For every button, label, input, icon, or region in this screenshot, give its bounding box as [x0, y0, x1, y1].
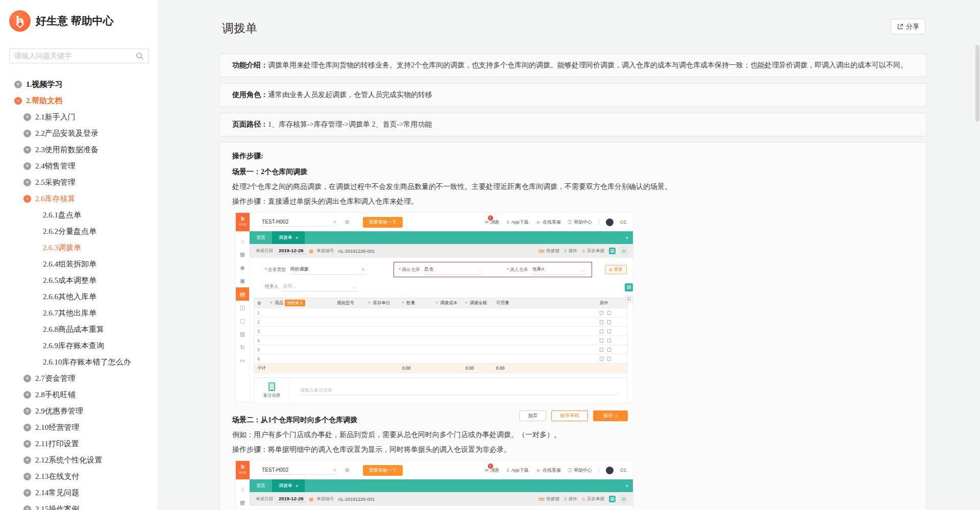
feature-intro-box: 功能介绍：调拨单用来处理仓库间货物的转移业务。支持2个仓库间的调拨，也支持多个仓… — [219, 54, 927, 77]
mock-table-row: 4 — [254, 336, 628, 345]
mock-form: *业务类型 同价调拨∨ *调出仓库 总仓… *调入仓库 仓库A… ⊕更多 — [250, 506, 633, 508]
sidebar-item[interactable]: −2.6库存核算 — [0, 190, 158, 207]
expand-icon[interactable]: + — [23, 489, 31, 497]
plus-circle-icon: ⊕ — [609, 268, 612, 272]
mock-tab-home: 首页 — [250, 231, 272, 244]
sidebar-item-label: 2.12系统个性化设置 — [35, 455, 102, 465]
sidebar-item[interactable]: −2.帮助文档 — [0, 92, 158, 109]
sidebar-item[interactable]: 2.6.7其他出库单 — [0, 305, 158, 321]
sidebar-item-label: 2.5采购管理 — [35, 178, 76, 187]
search-input[interactable] — [14, 52, 136, 60]
delete-row-icon — [607, 329, 611, 333]
expand-icon[interactable]: + — [14, 81, 22, 88]
expand-icon[interactable]: + — [23, 424, 31, 431]
sidebar-item-label: 2.6.5成本调整单 — [43, 276, 96, 285]
delete-row-icon — [607, 338, 611, 343]
sidebar-item[interactable]: +2.8手机旺铺 — [0, 386, 158, 403]
sidebar-item[interactable]: +2.12系统个性化设置 — [0, 452, 158, 468]
mock-more-button: ⊕更多 — [605, 265, 627, 274]
help-sidebar: b 好生意 帮助中心 +1.视频学习−2.帮助文档+2.1新手入门+2.2产品安… — [0, 0, 158, 510]
sidebar-item[interactable]: 2.6.6其他入库单 — [0, 288, 158, 305]
mock-remark-section: 备注信息 请输入备注信息 — [254, 377, 628, 404]
badge: 6 — [488, 464, 493, 469]
sidebar-item[interactable]: 2.6.5成本调整单 — [0, 272, 158, 288]
share-icon — [897, 23, 903, 30]
mock-history-item: ↻历史单据 — [582, 248, 604, 254]
sidebar-item[interactable]: 2.6.8商品成本重算 — [0, 321, 158, 337]
sidebar-item[interactable]: +2.13在线支付 — [0, 468, 158, 484]
sidebar-item[interactable]: +2.1新手入门 — [0, 109, 158, 125]
expand-icon[interactable]: + — [23, 162, 31, 170]
sidebar-item[interactable]: +2.2产品安装及登录 — [0, 125, 158, 141]
mock-gear-icon: ⚙ — [345, 219, 350, 226]
sidebar-item[interactable]: 2.6.9库存账本查询 — [0, 337, 158, 354]
mock-tab-home: 首页 — [250, 479, 272, 492]
screenshot-scene2: b好生意 ⌂ ▦ ◉ ▣ ▤ ◫ ▢ ▥ ↻ ▭ TEST-H002∨ ⚙ 我要… — [235, 460, 634, 508]
sidebar-item[interactable]: 2.6.2分量盘点单 — [0, 223, 158, 239]
remark-label: 备注信息 — [263, 393, 281, 399]
sidebar-item-label: 2.6库存核算 — [35, 194, 76, 204]
expand-icon[interactable]: + — [23, 130, 31, 137]
sidebar-item-label: 2.帮助文档 — [26, 96, 62, 106]
mock-form: *业务类型 同价调拨∨ *调出仓库 总仓… *调入仓库 仓库A… ⊕更多 — [250, 258, 633, 295]
mock-date-value: 2019-12-26 — [276, 248, 306, 254]
expand-icon[interactable]: + — [23, 113, 31, 121]
scene2-step: 操作步骤：将单据明细中的调入仓库设置为显示，同时将单据头的调入仓设置为非必录。 — [232, 445, 914, 454]
mock-nav-rail: b好生意 ⌂ ▦ ◉ ▣ ▤ ◫ ▢ ▥ ↻ ▭ — [236, 213, 250, 402]
sidebar-item[interactable]: 2.6.4组装拆卸单 — [0, 256, 158, 272]
sidebar-item[interactable]: +2.3使用前数据准备 — [0, 141, 158, 158]
mock-column-header: ⚙ — [254, 301, 267, 306]
download-icon: ⇓ — [506, 468, 510, 473]
sidebar-item[interactable]: +2.5采购管理 — [0, 174, 158, 190]
calendar-icon: ▦ — [309, 249, 314, 254]
sidebar-item[interactable]: +2.15操作案例 — [0, 501, 158, 510]
sidebar-item[interactable]: +2.14常见问题 — [0, 484, 158, 501]
expand-icon[interactable]: + — [23, 505, 31, 510]
search-icon[interactable] — [136, 52, 143, 60]
mock-doc-toolbar: 单据日期 2019-12-26 ▦ 单据编号 AL-20191226-001 ⌨… — [250, 244, 633, 258]
page-scrollbar-thumb[interactable] — [975, 45, 979, 122]
mock-history-item: ↻历史单据 — [582, 496, 604, 502]
expand-icon[interactable]: + — [23, 179, 31, 186]
mock-out-warehouse-field: *调出仓库 总仓… — [399, 264, 484, 275]
info-label: 页面路径： — [232, 120, 268, 128]
mock-target-icon: ◉ — [236, 261, 249, 274]
collapse-icon[interactable]: − — [14, 97, 22, 105]
sidebar-item[interactable]: +2.7资金管理 — [0, 370, 158, 386]
expand-icon[interactable]: + — [23, 146, 31, 154]
close-icon: × — [621, 231, 633, 244]
mock-shop-icon: ◫ — [236, 301, 249, 314]
page-title: 调拨单 — [222, 20, 257, 36]
mock-box-icon: ▢ — [236, 314, 249, 327]
copy-row-icon — [600, 338, 603, 343]
photo-entry-button: 拍照录入 — [285, 300, 305, 306]
mock-experience-button: 我要体验一下 — [363, 217, 403, 228]
expand-icon[interactable]: + — [23, 456, 31, 464]
sidebar-item[interactable]: 2.6.10库存账本错了怎么办 — [0, 354, 158, 370]
search-box[interactable] — [9, 48, 149, 63]
delete-row-icon — [607, 311, 611, 315]
expand-icon[interactable]: + — [23, 440, 31, 448]
share-label: 分享 — [906, 22, 919, 31]
chevron-up-icon: ∧ — [615, 414, 618, 418]
sidebar-item-label: 2.4销售管理 — [35, 161, 76, 171]
sidebar-item[interactable]: +2.11打印设置 — [0, 435, 158, 452]
view-toggle-icon: ▤ — [609, 248, 616, 254]
expand-icon[interactable]: + — [23, 473, 31, 480]
sidebar-item[interactable]: 2.6.3调拨单 — [0, 239, 158, 256]
expand-icon[interactable]: + — [23, 375, 31, 382]
sidebar-item[interactable]: +2.9优惠券管理 — [0, 403, 158, 419]
collapse-icon[interactable]: − — [23, 195, 31, 203]
info-icon: ⓘ — [568, 219, 572, 226]
sidebar-item[interactable]: +1.视频学习 — [0, 76, 158, 92]
expand-icon[interactable]: + — [23, 391, 31, 399]
sidebar-item[interactable]: +2.10经营管理 — [0, 419, 158, 435]
sidebar-item[interactable]: +2.4销售管理 — [0, 158, 158, 174]
copy-row-icon — [600, 357, 603, 361]
sidebar-item-label: 2.8手机旺铺 — [35, 390, 76, 400]
chevron-down-icon: ∨ — [333, 220, 336, 224]
sidebar-item[interactable]: 2.6.1盘点单 — [0, 207, 158, 223]
expand-icon[interactable]: + — [23, 407, 31, 415]
page-path-box: 页面路径：1、库存核算->库存管理->调拨单 2、首页->常用功能 — [219, 113, 927, 136]
share-button[interactable]: 分享 — [891, 19, 925, 34]
